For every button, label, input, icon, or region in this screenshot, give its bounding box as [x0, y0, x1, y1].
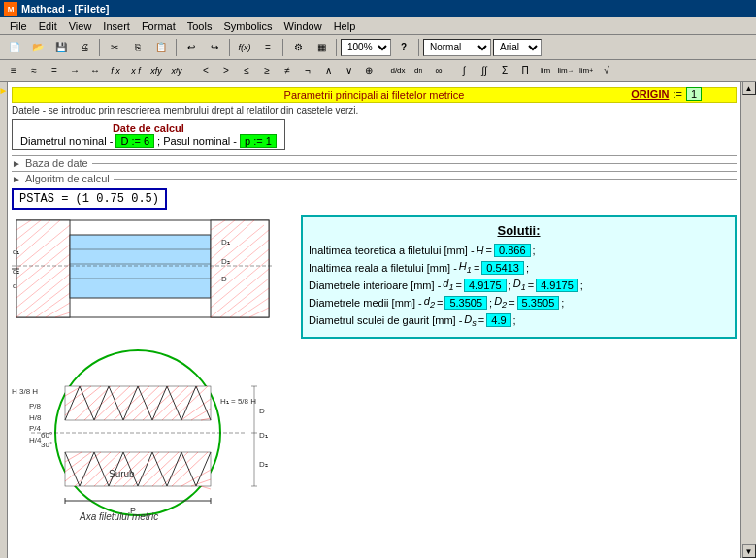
eq-button[interactable]: =: [257, 37, 279, 58]
math-btn-xfy2[interactable]: xfy: [167, 62, 186, 80]
ds-var: Ds: [464, 313, 477, 328]
math-btn-lim1[interactable]: lim: [536, 62, 555, 80]
math-btn-oplus[interactable]: ⊕: [359, 62, 378, 80]
algoritm-section[interactable]: ► Algoritm de calcul: [12, 171, 737, 185]
svg-rect-20: [211, 220, 269, 317]
menu-tools[interactable]: Tools: [181, 19, 218, 33]
style-select[interactable]: Normal: [423, 39, 491, 56]
calcul-box: Date de calcul Diametrul nominal - D := …: [12, 119, 285, 150]
tech-drawing-svg: d₁ d₂ d D₁ D₂ D: [12, 215, 274, 322]
math-btn-le[interactable]: ≤: [237, 62, 256, 80]
menu-insert[interactable]: Insert: [97, 19, 136, 33]
matrix-button[interactable]: ▦: [311, 37, 332, 58]
p-value-box[interactable]: p := 1: [240, 134, 277, 148]
undo-button[interactable]: ↩: [181, 37, 202, 58]
right-scrollbar[interactable]: ▲ ▼: [740, 82, 756, 558]
d2-var: d2: [424, 295, 435, 310]
math-btn-arrow-rl[interactable]: ↔: [85, 62, 105, 80]
math-btn-int2[interactable]: ∫∫: [475, 62, 494, 80]
calc-button[interactable]: ⚙: [287, 37, 309, 58]
ds-eq: =: [478, 314, 484, 326]
algoritm-collapse-arrow[interactable]: ►: [12, 174, 21, 184]
sep5: [336, 39, 337, 56]
diagram-area: d₁ d₂ d D₁ D₂ D: [12, 215, 293, 520]
math-btn-dn[interactable]: dn: [409, 62, 428, 80]
help-button[interactable]: ?: [393, 37, 414, 58]
save-button[interactable]: 💾: [50, 37, 72, 58]
math-btn-xf[interactable]: x f: [126, 62, 146, 80]
cut-button[interactable]: ✂: [104, 37, 125, 58]
yellow-header: Parametrii principali ai filetelor metri…: [12, 87, 737, 103]
math-btn-lim3[interactable]: lim+: [576, 62, 596, 80]
scroll-up-button[interactable]: ▲: [742, 82, 756, 95]
math-btn-neg[interactable]: ¬: [298, 62, 317, 80]
math-btn-ne[interactable]: ≠: [278, 62, 297, 80]
circle-diagram-svg: Plulita: [12, 326, 274, 520]
d-value-box[interactable]: D := 6: [115, 134, 154, 148]
solutions-box: Solutii: Inaltimea teoretica a filetului…: [301, 215, 737, 339]
math-btn-arrow-r[interactable]: →: [65, 62, 84, 80]
copy-button[interactable]: ⎘: [127, 37, 148, 58]
baza-section[interactable]: ► Baza de date: [12, 155, 737, 170]
h1-semicolon: ;: [526, 262, 529, 274]
d2-label: Diametrele medii [mm] -: [309, 297, 422, 309]
menu-format[interactable]: Format: [136, 19, 181, 33]
D1-value-box: 4.9175: [536, 279, 578, 292]
math-btn-int1[interactable]: ∫: [454, 62, 474, 80]
sep4: [282, 39, 283, 56]
svg-text:30°: 30°: [41, 441, 52, 449]
font-select[interactable]: Arial: [493, 39, 542, 56]
math-btn-xfy[interactable]: xfy: [147, 62, 166, 80]
math-btn-or[interactable]: ∨: [339, 62, 358, 80]
math-btn-lim2[interactable]: lim→: [556, 62, 575, 80]
math-btn-fx[interactable]: f x: [106, 62, 125, 80]
svg-text:d₂: d₂: [13, 267, 19, 276]
solution-row-h: Inaltimea teoretica a filetului [mm] - H…: [309, 244, 729, 257]
D2-eq: =: [509, 297, 514, 309]
menu-view[interactable]: View: [63, 19, 98, 33]
menu-file[interactable]: File: [4, 19, 33, 33]
title-bar: M Mathcad - [Filete]: [0, 0, 756, 17]
math-btn-sqrt[interactable]: √: [597, 62, 616, 80]
left-panel: ►: [0, 82, 8, 558]
ds-value-box: 4.9: [486, 313, 510, 327]
fx-button[interactable]: f(x): [234, 37, 255, 58]
math-btn-lt[interactable]: <: [196, 62, 215, 80]
math-btn-sigma[interactable]: Σ: [495, 62, 514, 80]
open-button[interactable]: 📂: [27, 37, 49, 58]
math-btn-gt[interactable]: >: [216, 62, 236, 80]
math-btn-eq[interactable]: =: [45, 62, 64, 80]
h-label: Inaltimea teoretica a filetului [mm] -: [309, 245, 475, 256]
redo-button[interactable]: ↪: [204, 37, 225, 58]
math-btn-pi[interactable]: Π: [515, 62, 535, 80]
math-btn-equiv[interactable]: ≡: [4, 62, 23, 80]
math-btn-dx[interactable]: d/dx: [388, 62, 408, 80]
math-btn-and[interactable]: ∧: [318, 62, 338, 80]
menu-symbolics[interactable]: Symbolics: [217, 19, 278, 33]
menu-bar: File Edit View Insert Format Tools Symbo…: [0, 17, 756, 35]
math-btn-ge[interactable]: ≥: [257, 62, 277, 80]
sep1: [99, 39, 100, 56]
svg-text:60°: 60°: [41, 431, 52, 440]
svg-text:H 3/8 H: H 3/8 H: [12, 387, 38, 396]
menu-window[interactable]: Window: [279, 19, 328, 33]
d2-value-box: 5.3505: [444, 296, 487, 310]
d1-label: Diametrele interioare [mm] -: [309, 279, 441, 291]
D2-var: D2: [494, 295, 507, 310]
scroll-down-button[interactable]: ▼: [742, 544, 756, 558]
content-row: d₁ d₂ d D₁ D₂ D: [12, 215, 737, 520]
baza-label: Baza de date: [25, 157, 88, 169]
print-button[interactable]: 🖨: [74, 37, 95, 58]
menu-edit[interactable]: Edit: [33, 19, 63, 33]
math-btn-inf[interactable]: ∞: [429, 62, 448, 80]
new-button[interactable]: 📄: [4, 37, 25, 58]
paste-button[interactable]: 📋: [150, 37, 172, 58]
math-btn-approx[interactable]: ≈: [24, 62, 44, 80]
origin-value: 1: [686, 87, 702, 101]
zoom-select[interactable]: 100% 50% 75% 150%: [341, 39, 391, 56]
D2-semicolon: ;: [561, 297, 564, 309]
h1-eq: =: [474, 262, 479, 274]
pstas-box: PSTAS = (1 0.75 0.5): [12, 188, 167, 210]
baza-collapse-arrow[interactable]: ►: [12, 158, 21, 169]
menu-help[interactable]: Help: [328, 19, 362, 33]
